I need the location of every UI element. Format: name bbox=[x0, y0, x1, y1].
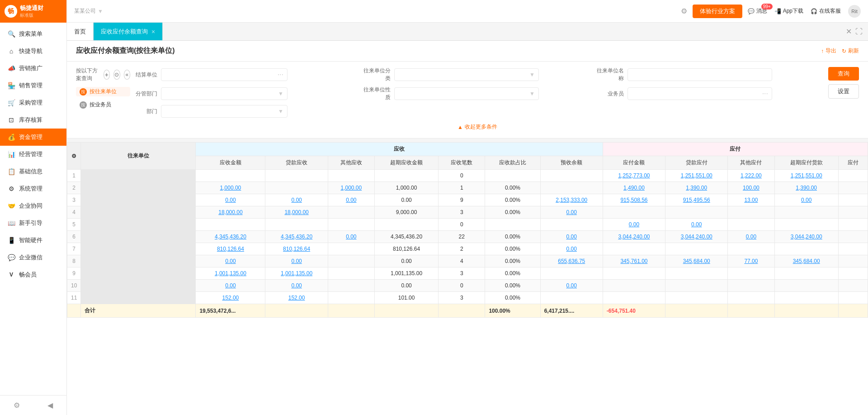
footer-ar-count bbox=[439, 304, 485, 318]
message-badge: 99+ bbox=[761, 4, 773, 10]
footer-ar-ratio: 100.00% bbox=[485, 304, 540, 318]
scheme-by-staff[interactable]: 按 按业务员 bbox=[76, 100, 130, 110]
tab-ar-ap-label: 应收应付余额查询 bbox=[101, 28, 148, 36]
filter-row-1: 结算单位 ··· 往来单位分类 ▼ bbox=[130, 67, 825, 82]
dept-input[interactable]: ▼ bbox=[161, 87, 288, 100]
app-icon: 📲 bbox=[774, 8, 781, 14]
breadcrumb-arrow-icon[interactable]: ▼ bbox=[98, 8, 103, 14]
footer-ar-loan bbox=[265, 304, 328, 318]
scheme-unit-icon: 按 bbox=[80, 88, 87, 95]
sidebar-item-wechat[interactable]: 💬企业微信 bbox=[0, 249, 66, 266]
tab-ar-ap[interactable]: 应收应付余额查询 × bbox=[94, 23, 163, 40]
sidebar-item-hardware[interactable]: 📱智能硬件 bbox=[0, 232, 66, 249]
footer-ap-loan bbox=[665, 304, 728, 318]
service-icon: 🎧 bbox=[811, 8, 817, 14]
filter-side-buttons: 查询 设置 bbox=[828, 67, 859, 133]
sidebar-item-basic[interactable]: 📋基础信息 bbox=[0, 163, 66, 180]
filter-collapse-button[interactable]: « bbox=[124, 70, 131, 80]
filter-top: 按以下方案查询 + ⊙ « bbox=[76, 67, 130, 82]
unit-name-input[interactable] bbox=[627, 68, 772, 81]
filter-schemes-list: 按 按往来单位 按 按业务员 bbox=[76, 87, 130, 110]
sidebar-item-marketing[interactable]: 📣营销推广 bbox=[0, 60, 66, 77]
filter-add-button[interactable]: + bbox=[104, 70, 110, 80]
tab-home-label: 首页 bbox=[74, 28, 86, 36]
sidebar-item-guide[interactable]: 📖新手引导 bbox=[0, 215, 66, 232]
col-ar-count: 应收笔数 bbox=[439, 156, 485, 170]
sidebar-item-purchase[interactable]: 🛒采购管理 bbox=[0, 94, 66, 111]
filter-settings-button[interactable]: 设置 bbox=[828, 84, 859, 99]
topbar: 某某公司 ▼ ⚙ 体验行业方案 💬 消息 99+ 📲 App下载 🎧 在线客服 … bbox=[67, 0, 868, 23]
collapse-more-button[interactable]: ▲ 收起更多条件 bbox=[130, 121, 825, 133]
tabbar: 首页 应收应付余额查询 × ✕ ⛶ bbox=[67, 23, 868, 41]
sidebar-item-coop[interactable]: 🤝企业协同 bbox=[0, 197, 66, 215]
sidebar-item-fund[interactable]: 💰资金管理 bbox=[0, 129, 66, 146]
unit-category-input[interactable]: ▼ bbox=[394, 68, 539, 81]
settlement-label: 结算单位 bbox=[130, 71, 157, 79]
window-close-button[interactable]: ✕ bbox=[846, 27, 852, 36]
online-service-button[interactable]: 🎧 在线客服 bbox=[811, 7, 841, 15]
sidebar-item-system[interactable]: ⚙系统管理 bbox=[0, 180, 66, 197]
col-ar-loan: 贷款应收 bbox=[265, 156, 328, 170]
scheme-staff-icon: 按 bbox=[80, 101, 87, 109]
tab-home[interactable]: 首页 bbox=[67, 23, 94, 40]
filter-fields-area: 结算单位 ··· 往来单位分类 ▼ bbox=[130, 67, 859, 133]
sidebar-settings-button[interactable]: ⚙ bbox=[14, 401, 20, 410]
footer-ap-extra bbox=[838, 304, 868, 318]
logo-icon: 畅 bbox=[5, 5, 17, 18]
filter-row-3: 部门 ▼ bbox=[130, 105, 825, 118]
salesman-input[interactable]: ··· bbox=[627, 87, 772, 100]
scheme-by-unit[interactable]: 按 按往来单位 bbox=[76, 87, 130, 96]
sales-icon: 🏪 bbox=[7, 81, 15, 90]
main-area: 某某公司 ▼ ⚙ 体验行业方案 💬 消息 99+ 📲 App下载 🎧 在线客服 … bbox=[67, 0, 868, 415]
table-settings-header[interactable]: ⚙ bbox=[67, 143, 81, 170]
footer-ap-other bbox=[728, 304, 774, 318]
refresh-icon: ↻ bbox=[842, 48, 846, 54]
table-row: 3████████0.000.000.000.0090.00%2,153,333… bbox=[67, 194, 868, 206]
refresh-button[interactable]: ↻ 刷新 bbox=[842, 47, 859, 55]
window-controls: ✕ ⛶ bbox=[846, 23, 868, 40]
footer-settings bbox=[67, 304, 81, 318]
tab-close-icon[interactable]: × bbox=[151, 28, 155, 35]
topbar-gear-icon[interactable]: ⚙ bbox=[681, 7, 687, 15]
sidebar-item-operation[interactable]: 📊经营管理 bbox=[0, 146, 66, 163]
sidebar-item-sales[interactable]: 🏪销售管理 bbox=[0, 77, 66, 94]
department-input[interactable]: ▼ bbox=[161, 105, 288, 118]
settlement-dots-icon: ··· bbox=[278, 71, 283, 79]
sidebar-item-member[interactable]: V畅会员 bbox=[0, 266, 66, 283]
page-actions: ↑ 导出 ↻ 刷新 bbox=[821, 47, 859, 55]
dept-arrow-icon: ▼ bbox=[278, 91, 283, 97]
col-ap-extra: 应付 bbox=[838, 156, 868, 170]
col-ap-overdue: 超期应付货款 bbox=[774, 156, 838, 170]
sidebar-logo: 畅 畅捷通财 标准版 bbox=[0, 0, 66, 23]
solution-button[interactable]: 体验行业方案 bbox=[693, 5, 742, 18]
company-name[interactable]: 某某公司 bbox=[74, 7, 96, 15]
window-expand-button[interactable]: ⛶ bbox=[855, 28, 863, 36]
data-table: ⚙ 往来单位 应收 应付 应收金额 贷款应收 其他应收 超期应收金额 应收笔数 … bbox=[67, 142, 868, 318]
logo-edition: 标准版 bbox=[20, 12, 43, 19]
col-unit-header: 往来单位 bbox=[81, 143, 196, 170]
sidebar-item-inventory[interactable]: ⊡库存核算 bbox=[0, 111, 66, 129]
sidebar-item-search[interactable]: 🔍搜索菜单 bbox=[0, 25, 66, 43]
sidebar-collapse-button[interactable]: ◀ bbox=[47, 401, 53, 410]
marketing-icon: 📣 bbox=[7, 64, 15, 72]
settlement-input[interactable]: ··· bbox=[161, 68, 288, 81]
col-ap-loan: 贷款应付 bbox=[665, 156, 728, 170]
query-button[interactable]: 查询 bbox=[828, 67, 859, 81]
page-title: 应收应付余额查询(按往来单位) bbox=[76, 46, 175, 56]
user-avatar[interactable]: Rit bbox=[848, 5, 861, 18]
dept-label: 分管部门 bbox=[130, 90, 157, 98]
messages-button[interactable]: 💬 消息 99+ bbox=[748, 7, 767, 15]
footer-ar-other bbox=[328, 304, 374, 318]
app-download-button[interactable]: 📲 App下载 bbox=[774, 7, 803, 15]
home-icon: ⌂ bbox=[7, 47, 15, 55]
table-row: 6████████4,345,436.204,345,436.200.004,3… bbox=[67, 231, 868, 243]
topbar-right: 💬 消息 99+ 📲 App下载 🎧 在线客服 Rit bbox=[748, 5, 861, 18]
col-ar-amount: 应收金额 bbox=[196, 156, 265, 170]
export-button[interactable]: ↑ 导出 bbox=[821, 47, 836, 55]
unit-nature-input[interactable]: ▼ bbox=[394, 87, 539, 100]
filter-scheme-button[interactable]: ⊙ bbox=[113, 70, 120, 80]
table-row: 10████████0.000.000.0000.00%0.00 bbox=[67, 280, 868, 292]
table-row: 5████████00.000.00 bbox=[67, 219, 868, 231]
table-settings-icon: ⚙ bbox=[71, 153, 76, 159]
sidebar-item-quick[interactable]: ⌂快捷导航 bbox=[0, 43, 66, 60]
